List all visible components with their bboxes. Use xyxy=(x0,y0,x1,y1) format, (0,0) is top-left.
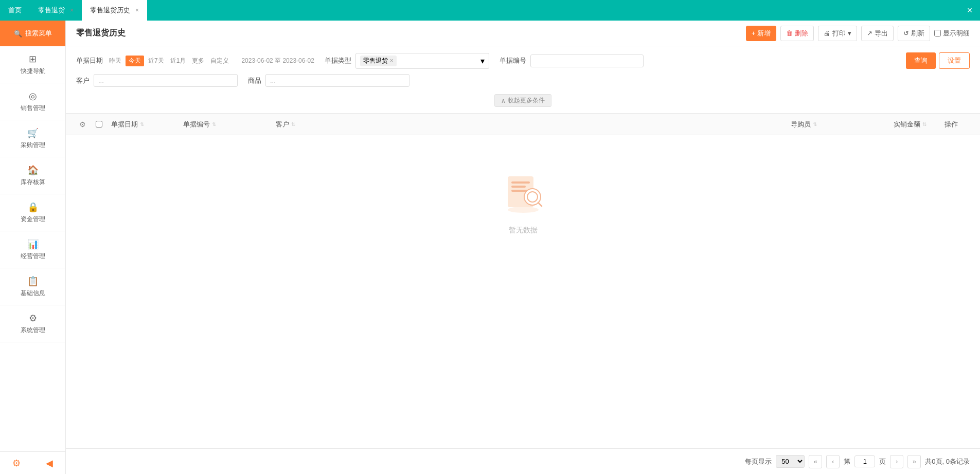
sidebar-search[interactable]: 🔍 搜索菜单 xyxy=(0,21,65,46)
customer-input[interactable] xyxy=(94,74,238,87)
th-amount[interactable]: 实销金额 ⇅ xyxy=(869,120,931,129)
sidebar-item-inventory[interactable]: 🏠 库存核算 xyxy=(0,157,65,194)
delete-icon: 🗑 xyxy=(786,29,793,37)
window-close-button[interactable]: × xyxy=(959,0,980,21)
content-area: 零售退货历史 + 新增 🗑 删除 🖨 打印 ▾ ↗ 导出 ↺ xyxy=(66,21,980,474)
type-filter-label: 单据类型 xyxy=(325,56,351,65)
export-button[interactable]: ↗ 导出 xyxy=(861,26,894,41)
system-mgmt-icon: ⚙ xyxy=(29,313,37,324)
svg-rect-3 xyxy=(511,186,526,188)
add-button[interactable]: + 新增 xyxy=(746,26,776,41)
sidebar-item-sales-mgmt[interactable]: ◎ 销售管理 xyxy=(0,83,65,120)
purchase-mgmt-icon: 🛒 xyxy=(27,127,39,139)
sidebar-item-quick-nav[interactable]: ⊞ 快捷导航 xyxy=(0,46,65,83)
type-tag-retail-return: 零售退货 × xyxy=(360,56,397,66)
date-yesterday[interactable]: 昨天 xyxy=(107,56,123,66)
svg-line-7 xyxy=(538,203,542,206)
top-bar: 首页 零售退货 × 零售退货历史 × × xyxy=(0,0,980,21)
th-checkbox[interactable] xyxy=(91,121,107,127)
tab-retail-return-close[interactable]: × xyxy=(70,7,74,14)
date-range-value: 2023-06-02 至 2023-06-02 xyxy=(241,57,314,65)
svg-rect-4 xyxy=(511,190,528,192)
type-tags-container: 零售退货 × xyxy=(360,56,476,66)
type-filter-select[interactable]: 零售退货 × ▾ xyxy=(355,53,489,69)
sidebar-item-system-mgmt[interactable]: ⚙ 系统管理 xyxy=(0,305,65,342)
goods-filter-label: 商品 xyxy=(248,76,261,85)
page-size-select[interactable]: 10 20 50 100 xyxy=(776,455,805,468)
sidebar-nav: ⊞ 快捷导航 ◎ 销售管理 🛒 采购管理 🏠 库存核算 🔒 资金管理 📊 经 xyxy=(0,46,65,451)
next-page-button[interactable]: › xyxy=(890,455,903,468)
page-header: 零售退货历史 + 新增 🗑 删除 🖨 打印 ▾ ↗ 导出 ↺ xyxy=(66,21,980,46)
page-label: 第 xyxy=(844,457,850,466)
sidebar-item-purchase-mgmt[interactable]: 🛒 采购管理 xyxy=(0,120,65,157)
th-guide[interactable]: 导购员 ⇅ xyxy=(787,120,869,129)
show-detail-checkbox-label[interactable]: 显示明细 xyxy=(934,29,970,38)
tab-retail-return-history[interactable]: 零售退货历史 × xyxy=(82,0,147,21)
empty-icon xyxy=(497,166,549,217)
th-guide-sort-icon: ⇅ xyxy=(813,121,817,127)
table-header: ⚙ 单据日期 ⇅ 单据编号 ⇅ 客户 ⇅ 导购员 ⇅ xyxy=(66,114,980,135)
tab-retail-return[interactable]: 零售退货 × xyxy=(30,0,82,21)
date-7days[interactable]: 近7天 xyxy=(146,56,166,66)
print-button[interactable]: 🖨 打印 ▾ xyxy=(818,26,857,41)
operations-icon: 📊 xyxy=(27,239,39,250)
close-icon: × xyxy=(967,5,973,16)
collapse-up-icon: ∧ xyxy=(501,97,506,104)
goods-filter-group: 商品 xyxy=(248,74,409,87)
th-order-no[interactable]: 单据编号 ⇅ xyxy=(179,120,272,129)
date-today[interactable]: 今天 xyxy=(126,56,144,66)
print-icon: 🖨 xyxy=(824,29,830,37)
page-number-input[interactable] xyxy=(854,455,875,467)
query-settings-group: 查询 设置 xyxy=(906,52,970,69)
th-date[interactable]: 单据日期 ⇅ xyxy=(107,120,179,129)
type-tag-remove[interactable]: × xyxy=(390,57,394,64)
pagination-summary: 共0页, 0条记录 xyxy=(925,457,970,466)
sidebar-item-operations[interactable]: 📊 经营管理 xyxy=(0,231,65,268)
date-custom[interactable]: 自定义 xyxy=(208,56,231,66)
basic-info-icon: 📋 xyxy=(27,276,39,287)
last-page-button[interactable]: » xyxy=(907,455,921,468)
tab-retail-return-history-close[interactable]: × xyxy=(135,7,139,14)
prev-page-button[interactable]: ‹ xyxy=(826,455,840,468)
th-order-no-label: 单据编号 xyxy=(183,120,210,129)
sidebar-item-finance-label: 资金管理 xyxy=(21,215,45,224)
pagination-bar: 每页显示 10 20 50 100 « ‹ 第 页 › » 共0页, 0条记录 xyxy=(66,448,980,474)
print-label: 打印 xyxy=(832,29,846,38)
settings-button[interactable]: 设置 xyxy=(939,52,970,69)
collapse-row: ∧ 收起更多条件 xyxy=(76,92,970,111)
th-customer-sort-icon: ⇅ xyxy=(291,121,295,127)
settings-bottom-icon[interactable]: ⚙ xyxy=(12,458,21,469)
th-action: 操作 xyxy=(931,120,972,129)
toolbar: + 新增 🗑 删除 🖨 打印 ▾ ↗ 导出 ↺ 刷新 xyxy=(746,26,970,41)
sidebar-item-basic-info-label: 基础信息 xyxy=(21,289,45,298)
order-no-input[interactable] xyxy=(530,54,644,67)
filter-row-1: 单据日期 昨天 今天 近7天 近1月 更多 自定义 2023-06-02 至 2… xyxy=(76,52,970,69)
delete-button[interactable]: 🗑 删除 xyxy=(780,26,814,41)
th-settings[interactable]: ⚙ xyxy=(74,120,91,129)
first-page-button[interactable]: « xyxy=(809,455,822,468)
sidebar-item-basic-info[interactable]: 📋 基础信息 xyxy=(0,268,65,305)
sidebar-item-finance[interactable]: 🔒 资金管理 xyxy=(0,194,65,231)
refresh-label: 刷新 xyxy=(911,29,924,38)
date-filter-group: 单据日期 昨天 今天 近7天 近1月 更多 自定义 xyxy=(76,56,231,66)
collapse-sidebar-icon[interactable]: ◀ xyxy=(46,458,53,469)
tab-home[interactable]: 首页 xyxy=(0,0,30,21)
page-size-label: 每页显示 xyxy=(745,457,772,466)
th-action-label: 操作 xyxy=(945,120,958,129)
query-button[interactable]: 查询 xyxy=(906,52,936,69)
show-detail-checkbox[interactable] xyxy=(934,30,941,37)
sidebar-item-purchase-mgmt-label: 采购管理 xyxy=(21,141,45,150)
refresh-button[interactable]: ↺ 刷新 xyxy=(898,26,930,41)
date-more[interactable]: 更多 xyxy=(190,56,206,66)
sidebar-item-sales-mgmt-label: 销售管理 xyxy=(21,104,45,113)
first-page-icon: « xyxy=(814,458,817,465)
goods-input[interactable] xyxy=(265,74,409,87)
collapse-button[interactable]: ∧ 收起更多条件 xyxy=(494,94,551,107)
date-1month[interactable]: 近1月 xyxy=(168,56,188,66)
tab-retail-return-history-label: 零售退货历史 xyxy=(90,6,130,15)
filter-row-2: 客户 商品 xyxy=(76,74,970,87)
select-all-checkbox[interactable] xyxy=(96,121,102,127)
th-customer[interactable]: 客户 ⇅ xyxy=(272,120,787,129)
type-tag-label: 零售退货 xyxy=(363,57,388,65)
type-select-chevron: ▾ xyxy=(480,56,485,66)
